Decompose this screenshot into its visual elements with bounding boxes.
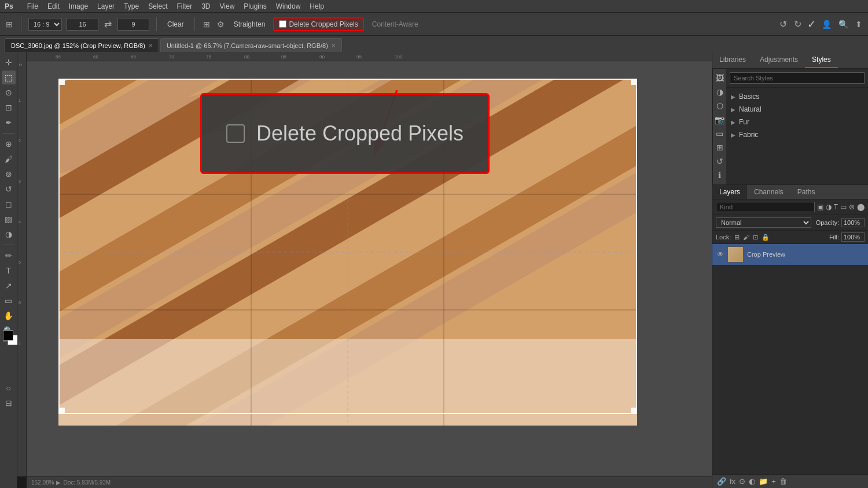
- layers-filter-shape-icon[interactable]: ▭: [840, 203, 847, 211]
- search-toolbar-icon[interactable]: 🔍: [837, 19, 849, 30]
- gradient-tool[interactable]: ▨: [2, 212, 16, 226]
- dodge-tool[interactable]: ◑: [2, 227, 16, 241]
- swap-icon[interactable]: ⇄: [103, 17, 113, 31]
- styles-content: ▶ Basics ▶ Natural ▶ Fur ▶ Fabric: [726, 69, 868, 184]
- layers-filter-text-icon[interactable]: T: [834, 203, 838, 211]
- layers-filter-type-icon[interactable]: ▣: [817, 203, 823, 211]
- eyedropper-tool[interactable]: ✒: [2, 116, 16, 130]
- lock-image-icon[interactable]: 🖌: [743, 234, 749, 241]
- layers-filter-smart-icon[interactable]: ⊚: [849, 203, 855, 211]
- type-tool[interactable]: T: [2, 264, 16, 278]
- layers-tab-paths[interactable]: Paths: [790, 185, 822, 199]
- layers-tabs: Layers Channels Paths: [712, 185, 868, 199]
- lasso-tool[interactable]: ⊙: [2, 86, 16, 99]
- tab-libraries[interactable]: Libraries: [712, 52, 753, 68]
- clear-button[interactable]: Clear: [164, 19, 187, 30]
- menu-layer[interactable]: Layer: [97, 2, 115, 10]
- layer-visibility-icon[interactable]: 👁: [717, 250, 724, 258]
- add-fill-layer-icon[interactable]: ◐: [749, 477, 755, 486]
- hand-tool[interactable]: ✋: [2, 309, 16, 323]
- screen-mode-tool[interactable]: ⊟: [2, 396, 16, 410]
- brush-tool[interactable]: 🖌: [2, 152, 16, 166]
- clone-stamp-tool[interactable]: ⊚: [2, 167, 16, 181]
- fill-input[interactable]: [841, 232, 865, 242]
- menu-window[interactable]: Window: [276, 2, 301, 10]
- ruler-vertical: 5 1 2 3 4 5 6 7: [17, 52, 27, 476]
- add-group-icon[interactable]: 📁: [759, 477, 768, 486]
- menu-file[interactable]: File: [27, 2, 38, 10]
- ratio-selector[interactable]: 16 : 9: [28, 18, 62, 31]
- menu-edit[interactable]: Edit: [47, 2, 60, 10]
- straighten-button[interactable]: Straighten: [230, 19, 269, 30]
- redo-icon[interactable]: ↻: [793, 17, 803, 31]
- tab-untitled-close[interactable]: ×: [332, 42, 336, 50]
- grid-icon[interactable]: ⊞: [202, 19, 211, 30]
- user-icon[interactable]: 👤: [821, 19, 833, 30]
- menu-view[interactable]: View: [220, 2, 235, 10]
- content-aware-button[interactable]: Content-Aware: [369, 19, 422, 30]
- history-brush-tool[interactable]: ↺: [2, 182, 16, 196]
- eraser-tool[interactable]: ◻: [2, 197, 16, 211]
- add-layer-icon[interactable]: +: [771, 477, 776, 486]
- camera-icon[interactable]: 📷: [715, 115, 724, 124]
- lock-position-icon[interactable]: 🔒: [762, 234, 770, 241]
- confirm-button[interactable]: ✓: [807, 18, 816, 31]
- styles-icon[interactable]: ⬡: [716, 101, 723, 110]
- width-input[interactable]: [67, 18, 98, 31]
- healing-brush-tool[interactable]: ⊕: [2, 137, 16, 151]
- menu-select[interactable]: Select: [148, 2, 167, 10]
- menu-plugins[interactable]: Plugins: [244, 2, 266, 10]
- link-icon[interactable]: 🔗: [717, 477, 726, 486]
- shape-tool[interactable]: ▭: [2, 294, 16, 308]
- popup-checkbox[interactable]: [226, 124, 245, 143]
- tab-untitled[interactable]: Untitled-1 @ 66.7% (7.Camera-raw-smart-o…: [160, 38, 342, 52]
- path-select-tool[interactable]: ↗: [2, 279, 16, 293]
- lock-artboard-icon[interactable]: ⊡: [753, 234, 758, 241]
- delete-cropped-checkbox[interactable]: [279, 20, 286, 28]
- share-icon[interactable]: ⬆: [854, 19, 863, 30]
- opacity-input[interactable]: [841, 218, 865, 227]
- tab-dsc3060[interactable]: DSC_3060.jpg @ 152% (Crop Preview, RGB/8…: [5, 38, 159, 52]
- styles-search-input[interactable]: [730, 72, 865, 84]
- layers-filter-toggle[interactable]: ⬤: [857, 203, 865, 211]
- styles-item-basics[interactable]: ▶ Basics: [726, 90, 868, 103]
- quick-mask-tool[interactable]: ○: [2, 381, 16, 395]
- add-mask-icon[interactable]: ⊙: [739, 477, 745, 486]
- tab-adjustments[interactable]: Adjustments: [753, 52, 805, 68]
- rect-icon[interactable]: ▭: [716, 129, 723, 138]
- marquee-tool[interactable]: ⬚: [2, 71, 16, 84]
- styles-item-fabric[interactable]: ▶ Fabric: [726, 128, 868, 141]
- layer-item-crop-preview[interactable]: 👁 Crop Preview: [712, 244, 868, 265]
- crop-tool[interactable]: ⊡: [2, 101, 16, 114]
- grid2-icon[interactable]: ⊞: [716, 143, 723, 152]
- pen-tool[interactable]: ✏: [2, 249, 16, 263]
- settings-icon[interactable]: ⚙: [216, 19, 226, 30]
- height-input[interactable]: [117, 18, 149, 31]
- lock-transparent-icon[interactable]: ⊞: [734, 234, 740, 241]
- layers-panel-icon[interactable]: 🖼: [716, 73, 724, 83]
- layers-tab-channels[interactable]: Channels: [747, 185, 790, 199]
- blend-mode-select[interactable]: Normal: [716, 217, 811, 228]
- menu-3d[interactable]: 3D: [201, 2, 210, 10]
- menu-type[interactable]: Type: [124, 2, 139, 10]
- ratio-dropdown[interactable]: 16 : 9: [28, 18, 62, 31]
- menu-image[interactable]: Image: [69, 2, 88, 10]
- foreground-color[interactable]: [3, 330, 13, 341]
- move-tool[interactable]: ✛: [2, 56, 16, 69]
- fx-icon[interactable]: fx: [730, 477, 735, 486]
- history-icon[interactable]: ↺: [716, 157, 723, 166]
- layers-search-input[interactable]: [716, 202, 815, 212]
- layers-filter-adjust-icon[interactable]: ◑: [826, 203, 832, 211]
- tab-styles[interactable]: Styles: [805, 52, 838, 68]
- delete-cropped-container[interactable]: Delete Cropped Pixels: [273, 17, 363, 31]
- undo-icon[interactable]: ↺: [778, 17, 788, 31]
- styles-item-fur[interactable]: ▶ Fur: [726, 116, 868, 128]
- adjust-icon[interactable]: ◑: [716, 87, 723, 97]
- info-icon[interactable]: ℹ: [718, 171, 721, 180]
- delete-layer-icon[interactable]: 🗑: [779, 477, 787, 486]
- styles-item-natural[interactable]: ▶ Natural: [726, 103, 868, 116]
- menu-help[interactable]: Help: [310, 2, 324, 10]
- tab-dsc3060-close[interactable]: ×: [149, 42, 153, 50]
- menu-filter[interactable]: Filter: [176, 2, 192, 10]
- layers-tab-layers[interactable]: Layers: [712, 185, 747, 199]
